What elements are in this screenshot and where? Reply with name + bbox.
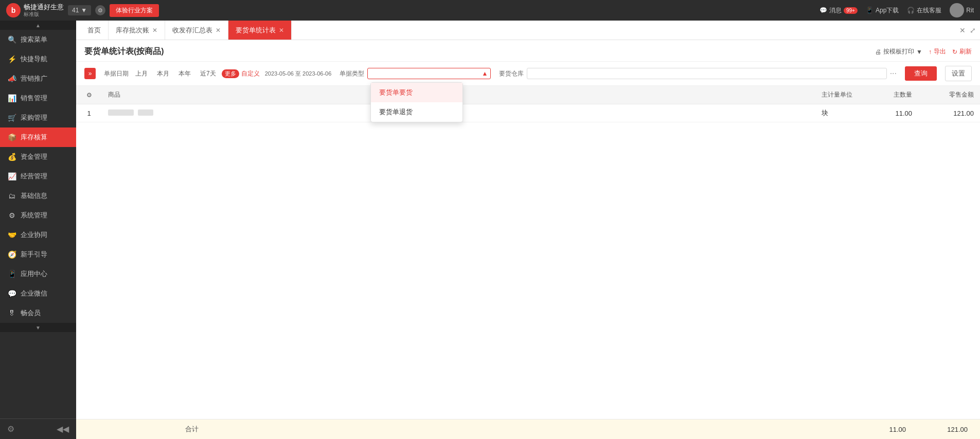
sidebar-item-label: 系统管理: [21, 211, 47, 220]
date-range-display: 2023-05-06 至 2023-06-06: [265, 70, 332, 78]
inventory-icon: 📦: [7, 133, 16, 142]
data-table: ⚙ 商品 主计量单位 主数量 零售金额 1: [76, 86, 980, 122]
print-template-btn[interactable]: 🖨 按模板打印 ▼: [875, 47, 922, 56]
finance-icon: 💰: [7, 152, 16, 161]
sidebar-item-label: 新手引导: [21, 250, 47, 259]
system-icon: ⚙: [7, 211, 16, 220]
cell-amount: 121.00: [918, 104, 980, 122]
wechat-icon: 💬: [7, 289, 16, 298]
sidebar-item-quicknav[interactable]: ⚡ 快捷导航: [0, 49, 76, 69]
date-label: 单据日期: [104, 69, 129, 78]
page-content: 要货单统计表(按商品) 🖨 按模板打印 ▼ ↑ 导出 ↻ 刷新: [76, 40, 980, 439]
filter-more-icon[interactable]: ···: [890, 69, 897, 78]
dropdown-option-requisition-order[interactable]: 要货单要货: [371, 83, 462, 102]
sidebar-collapse-btn[interactable]: ◀◀: [57, 424, 69, 434]
sidebar-item-wechat[interactable]: 💬 企业微信: [0, 284, 76, 303]
sidebar-item-operations[interactable]: 📈 经营管理: [0, 167, 76, 186]
tab-bar: 首页 库存批次账 ✕ 收发存汇总表 ✕ 要货单统计表 ✕ ✕ ⤢: [76, 21, 980, 40]
sidebar-item-inventory[interactable]: 📦 库存核算: [0, 127, 76, 147]
tab-requisition-stats[interactable]: 要货单统计表 ✕: [228, 21, 292, 40]
cell-qty: 11.00: [867, 104, 918, 122]
service-btn[interactable]: 🎧 在线客服: [907, 6, 941, 15]
quicknav-icon: ⚡: [7, 54, 16, 64]
export-btn[interactable]: ↑ 导出: [929, 47, 946, 56]
sidebar-item-label: 应用中心: [21, 269, 47, 279]
sidebar-item-purchase[interactable]: 🛒 采购管理: [0, 108, 76, 127]
chevron-down-icon: ▼: [916, 48, 922, 56]
chevron-up-icon[interactable]: ▲: [482, 70, 488, 77]
sidebar-item-guide[interactable]: 🧭 新手引导: [0, 245, 76, 264]
tabs: 首页 库存批次账 ✕ 收发存汇总表 ✕ 要货单统计表 ✕: [80, 21, 292, 40]
tab-close-inventory-batch[interactable]: ✕: [152, 27, 157, 34]
message-btn[interactable]: 💬 消息 99+: [819, 6, 858, 15]
tab-close-receive-send[interactable]: ✕: [216, 27, 221, 34]
filter-bar: » 单据日期 上月 本月 本年 近7天 更多 自定义 2023-05-06 至 …: [76, 61, 980, 86]
tab-home[interactable]: 首页: [80, 21, 109, 40]
sidebar-scroll-down[interactable]: ▼: [0, 323, 76, 332]
tab-bar-close-icon[interactable]: ✕: [959, 26, 966, 34]
message-badge: 99+: [844, 7, 858, 14]
export-icon: ↑: [929, 48, 932, 56]
query-button[interactable]: 查询: [905, 66, 937, 81]
settings-button[interactable]: 设置: [945, 66, 972, 81]
filter-warehouse-input[interactable]: [527, 68, 886, 79]
tab-receive-send[interactable]: 收发存汇总表 ✕: [165, 21, 228, 40]
tab-close-requisition-stats[interactable]: ✕: [279, 27, 284, 34]
sidebar-item-appcenter[interactable]: 📱 应用中心: [0, 264, 76, 284]
refresh-btn[interactable]: ↻ 刷新: [952, 47, 972, 56]
sidebar-settings-btn[interactable]: ⚙: [7, 424, 14, 434]
sidebar-item-search[interactable]: 🔍 搜索菜单: [0, 30, 76, 49]
date-btn-this-month[interactable]: 本月: [153, 68, 173, 79]
filter-type-input[interactable]: [367, 68, 491, 79]
date-more-badge[interactable]: 更多: [222, 69, 239, 78]
purchase-icon: 🛒: [7, 113, 16, 122]
sidebar-item-cooperation[interactable]: 🤝 企业协同: [0, 225, 76, 245]
sidebar-item-basic[interactable]: 🗂 基础信息: [0, 186, 76, 206]
sidebar-item-label: 销售管理: [21, 94, 47, 103]
tab-bar-right: ✕ ⤢: [959, 26, 976, 34]
goods-placeholder2: [138, 109, 153, 116]
sidebar-item-sales[interactable]: 📊 销售管理: [0, 88, 76, 108]
sidebar-item-marketing[interactable]: 📣 营销推广: [0, 69, 76, 88]
company-select[interactable]: 41 ▼: [68, 5, 91, 15]
date-btn-this-year[interactable]: 本年: [175, 68, 194, 79]
dropdown-option-requisition-return[interactable]: 要货单退货: [371, 102, 462, 122]
col-header-amount: 零售金额: [918, 86, 980, 104]
table-header-row: ⚙ 商品 主计量单位 主数量 零售金额: [76, 86, 980, 104]
cooperation-icon: 🤝: [7, 230, 16, 240]
logo-text: 畅捷通好生意 标准版: [24, 3, 64, 17]
operations-icon: 📈: [7, 172, 16, 181]
sidebar-scroll-up[interactable]: ▲: [0, 21, 76, 30]
date-custom-btn[interactable]: 自定义: [241, 69, 260, 78]
user-avatar-area[interactable]: Rit: [950, 3, 974, 17]
refresh-icon: ↻: [952, 48, 957, 56]
trial-button[interactable]: 体验行业方案: [110, 4, 159, 17]
sales-icon: 📊: [7, 94, 16, 103]
date-btn-7days[interactable]: 近7天: [197, 68, 220, 79]
print-icon: 🖨: [875, 48, 881, 56]
tab-inventory-batch[interactable]: 库存批次账 ✕: [109, 21, 165, 40]
page-actions: 🖨 按模板打印 ▼ ↑ 导出 ↻ 刷新: [875, 47, 972, 56]
app-download-btn[interactable]: 📱 App下载: [866, 6, 899, 15]
sidebar-item-label: 采购管理: [21, 113, 47, 122]
tab-bar-expand-icon[interactable]: ⤢: [970, 26, 976, 34]
footer-qty: 11.00: [861, 426, 912, 433]
basic-icon: 🗂: [7, 191, 16, 200]
sidebar-item-member[interactable]: 🎖 畅会员: [0, 303, 76, 323]
footer-label: 合计: [82, 425, 199, 434]
type-dropdown: 要货单要货 要货单退货: [370, 82, 463, 122]
sidebar-item-system[interactable]: ⚙ 系统管理: [0, 206, 76, 225]
filter-expand-btn[interactable]: »: [84, 68, 96, 79]
sidebar-bottom: ⚙ ◀◀: [0, 418, 76, 439]
member-icon: 🎖: [7, 308, 16, 318]
message-icon: 💬: [819, 7, 827, 14]
sidebar-item-label: 企业协同: [21, 230, 47, 240]
search-icon: 🔍: [7, 35, 16, 44]
date-btn-last-month[interactable]: 上月: [132, 68, 151, 79]
sidebar-item-label: 基础信息: [21, 191, 47, 200]
col-header-settings[interactable]: ⚙: [76, 86, 102, 104]
header-settings-icon[interactable]: ⚙: [95, 5, 105, 15]
sidebar-item-finance[interactable]: 💰 资金管理: [0, 147, 76, 167]
col-header-qty: 主数量: [867, 86, 918, 104]
logo-icon: b: [6, 3, 21, 17]
